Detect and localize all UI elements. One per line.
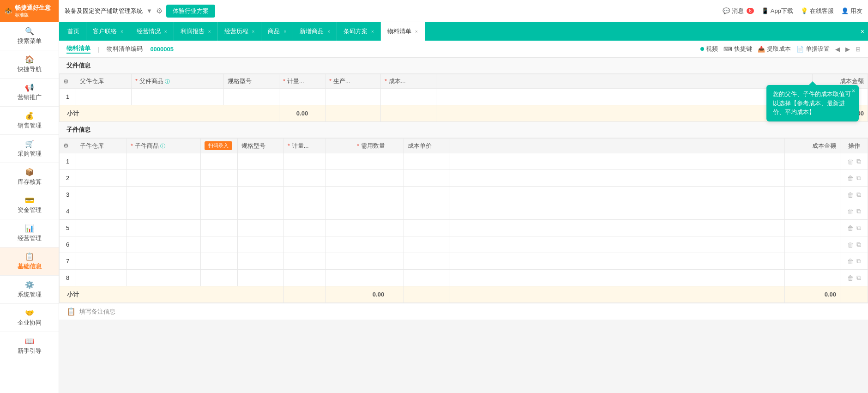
child-cell-unitcost-1[interactable] (404, 153, 450, 170)
breadcrumb-tab1[interactable]: 物料清单 (66, 44, 90, 54)
child-cell-needed-4[interactable] (353, 203, 404, 220)
sidebar-item-quicknav[interactable]: 🏠 快捷导航 (0, 50, 59, 79)
child-cell-warehouse-6[interactable] (76, 236, 127, 253)
tab-new-goods-close[interactable]: × (327, 29, 330, 34)
child-cell-product-5[interactable] (127, 220, 201, 236)
child-cell-product-2[interactable] (127, 170, 201, 187)
child-cell-qty-3[interactable] (284, 187, 326, 203)
child-cell-product-1[interactable] (127, 153, 201, 170)
child-cell-qty-1[interactable] (284, 153, 326, 170)
child-cell-spec-1[interactable] (238, 153, 284, 170)
sidebar-item-finance[interactable]: 💳 资金管理 (0, 191, 59, 219)
tab-barcode[interactable]: 条码方案 × (337, 22, 381, 41)
child-col-scan[interactable]: 扫码录入 (201, 139, 238, 153)
child-cell-warehouse-5[interactable] (76, 220, 127, 236)
child-cell-warehouse-7[interactable] (76, 253, 127, 270)
child-cell-spec-7[interactable] (238, 253, 284, 270)
copy-icon-2[interactable]: ⧉ (856, 174, 861, 182)
delete-icon-2[interactable]: 🗑 (847, 175, 854, 182)
shortcut-btn[interactable]: ⌨ 快捷键 (723, 45, 752, 53)
tab-operations[interactable]: 经营情况 × (130, 22, 174, 41)
sidebar-item-system[interactable]: ⚙️ 系统管理 (0, 276, 59, 304)
delete-icon-5[interactable]: 🗑 (847, 224, 854, 232)
delete-icon-4[interactable]: 🗑 (847, 208, 854, 215)
copy-icon-7[interactable]: ⧉ (856, 257, 861, 265)
child-cell-qty-5[interactable] (284, 220, 326, 236)
grid-icon[interactable]: ⊞ (856, 46, 861, 53)
child-col-settings[interactable]: ⚙ (60, 139, 76, 153)
child-cell-unitcost-4[interactable] (404, 203, 450, 220)
child-cell-qty-7[interactable] (284, 253, 326, 270)
parent-cell-produce-1[interactable] (326, 89, 381, 105)
child-cell-unitcost-5[interactable] (404, 220, 450, 236)
child-cell-spec-2[interactable] (238, 170, 284, 187)
page-close-btn[interactable]: × (857, 28, 868, 35)
sidebar-item-collab[interactable]: 🤝 企业协同 (0, 304, 59, 332)
tab-profit[interactable]: 利润报告 × (174, 22, 218, 41)
sidebar-item-sales[interactable]: 💰 销售管理 (0, 107, 59, 135)
delete-icon-8[interactable]: 🗑 (847, 274, 854, 282)
child-cell-warehouse-4[interactable] (76, 203, 127, 220)
next-icon[interactable]: ▶ (845, 46, 850, 53)
child-cell-needed-1[interactable] (353, 153, 404, 170)
child-cell-needed-7[interactable] (353, 253, 404, 270)
parent-cell-warehouse-1[interactable] (76, 89, 132, 105)
child-cell-qty-6[interactable] (284, 236, 326, 253)
child-cell-unitcost-3[interactable] (404, 187, 450, 203)
trial-btn[interactable]: 体验行业方案 (166, 5, 215, 18)
delete-icon-3[interactable]: 🗑 (847, 191, 854, 199)
delete-icon-7[interactable]: 🗑 (847, 258, 854, 265)
tab-customer-close[interactable]: × (121, 29, 123, 34)
copy-icon-8[interactable]: ⧉ (856, 274, 861, 282)
child-cell-needed-2[interactable] (353, 170, 404, 187)
online-service-btn[interactable]: 💡 在线客服 (801, 7, 834, 15)
child-cell-unitcost-6[interactable] (404, 236, 450, 253)
sidebar-item-search[interactable]: 🔍 搜索菜单 (0, 22, 59, 50)
dropdown-arrow-icon[interactable]: ▼ (146, 7, 152, 14)
tooltip-close-btn[interactable]: × (852, 87, 855, 95)
tab-goods-close[interactable]: × (283, 29, 286, 34)
child-cell-warehouse-3[interactable] (76, 187, 127, 203)
sidebar-item-inventory[interactable]: 📦 库存核算 (0, 163, 59, 191)
child-cell-product-7[interactable] (127, 253, 201, 270)
settings-icon[interactable]: ⚙ (156, 6, 163, 15)
messages-btn[interactable]: 💬 消息 6 (723, 7, 754, 15)
child-cell-warehouse-8[interactable] (76, 270, 127, 286)
child-cell-unitcost-2[interactable] (404, 170, 450, 187)
child-cell-spec-6[interactable] (238, 236, 284, 253)
user-btn[interactable]: 👤 用友 (841, 7, 862, 15)
parent-cell-spec-1[interactable] (224, 89, 279, 105)
tab-profit-close[interactable]: × (208, 29, 211, 34)
tab-new-goods[interactable]: 新增商品 × (293, 22, 337, 41)
tab-goods[interactable]: 商品 × (261, 22, 293, 41)
parent-cell-cost-1[interactable] (381, 89, 436, 105)
settings-btn[interactable]: 📄 单据设置 (796, 45, 830, 53)
copy-icon-3[interactable]: ⧉ (856, 191, 861, 199)
child-cell-warehouse-2[interactable] (76, 170, 127, 187)
child-cell-qty-2[interactable] (284, 170, 326, 187)
child-cell-needed-6[interactable] (353, 236, 404, 253)
scan-btn[interactable]: 扫码录入 (205, 141, 232, 150)
child-cell-spec-5[interactable] (238, 220, 284, 236)
child-cell-spec-3[interactable] (238, 187, 284, 203)
tab-home[interactable]: 首页 (61, 22, 86, 41)
tab-customer[interactable]: 客户联络 × (86, 22, 130, 41)
copy-icon-5[interactable]: ⧉ (856, 224, 861, 232)
child-cell-needed-3[interactable] (353, 187, 404, 203)
child-cell-product-6[interactable] (127, 236, 201, 253)
child-cell-qty-4[interactable] (284, 203, 326, 220)
child-cell-qty-8[interactable] (284, 270, 326, 286)
cost-btn[interactable]: 📥 提取成本 (758, 45, 791, 53)
sidebar-item-purchase[interactable]: 🛒 采购管理 (0, 135, 59, 163)
child-cell-product-8[interactable] (127, 270, 201, 286)
tab-history-close[interactable]: × (252, 29, 255, 34)
child-cell-product-3[interactable] (127, 187, 201, 203)
delete-icon-1[interactable]: 🗑 (847, 158, 854, 165)
child-cell-needed-5[interactable] (353, 220, 404, 236)
parent-cell-product-1[interactable] (132, 89, 224, 105)
child-cell-spec-8[interactable] (238, 270, 284, 286)
child-cell-unitcost-8[interactable] (404, 270, 450, 286)
sidebar-item-marketing[interactable]: 📢 营销推广 (0, 79, 59, 107)
sidebar-item-base[interactable]: 📋 基础信息 (0, 248, 59, 276)
tab-bom[interactable]: 物料清单 × (381, 22, 425, 41)
